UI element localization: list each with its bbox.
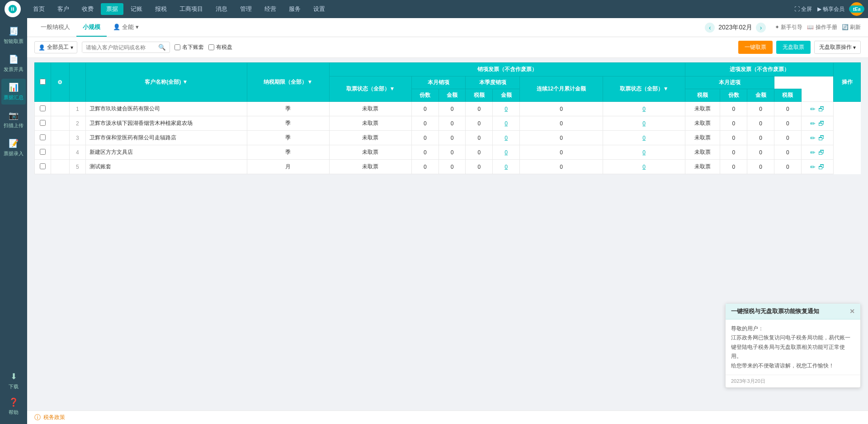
row-checkbox[interactable] [40,163,46,169]
detail-icon[interactable]: 🗗 [818,105,825,113]
row-purchase-month-count: 0 [720,131,747,145]
edit-icon[interactable]: ✏ [810,163,816,171]
next-month-button[interactable]: › [756,23,766,33]
row-sale-month-tax: 0 [466,116,493,131]
sidebar-item-label: 发票开具 [4,66,24,73]
tab-all[interactable]: 👤 全能 ▾ [107,19,145,37]
nav-tax[interactable]: 报税 [150,3,172,15]
nav-bookkeeping[interactable]: 记账 [125,3,148,15]
nav-billing[interactable]: 收费 [76,3,99,15]
fullscreen-button[interactable]: ⛶ 全屏 [794,5,812,13]
sale-quarter-amount-link[interactable]: 0 [505,135,508,141]
one-click-button[interactable]: 一键取票 [738,41,773,54]
sidebar-item-download[interactable]: ⬇ 下载 [1,368,26,394]
row-customer-name: 卫辉市汲水镇下园湖香烟营木种植家庭农场 [85,116,247,131]
edit-icon[interactable]: ✏ [810,134,816,142]
sale-12month-link[interactable]: 0 [642,149,646,156]
manual-link[interactable]: 📖 操作手册 [807,24,837,31]
sale-12month-link[interactable]: 0 [642,135,646,141]
search-button[interactable]: 🔍 [155,42,170,52]
nav-home[interactable]: 首页 [28,3,50,15]
chevron-down-icon: ▾ [71,44,73,51]
col-sale-quarter: 本季度销项 [466,76,520,89]
sale-quarter-amount-link[interactable]: 0 [505,149,508,156]
sale-quarter-amount-link[interactable]: 0 [505,120,508,127]
row-sale-month-count: 0 [411,145,439,160]
sidebar-item-scan-upload[interactable]: 📷 扫描上传 [1,107,26,133]
tab-label: 一般纳税人 [41,23,70,31]
nav-invoice[interactable]: 票据 [101,3,123,15]
diskless-button[interactable]: 无盘取票 [776,41,811,54]
tax-disk-checkbox[interactable] [208,44,214,50]
sidebar-item-smart-ticket[interactable]: 🧾 智能取票 [1,23,26,48]
row-purchase-month-count: 0 [720,116,747,131]
row-checkbox[interactable] [40,149,46,155]
row-purchase-month-tax: 0 [774,116,801,131]
row-num: 2 [69,116,85,131]
sidebar-item-help[interactable]: ❓ 帮助 [1,394,26,419]
sub-account-checkbox[interactable] [175,44,180,50]
detail-icon[interactable]: 🗗 [818,120,825,127]
nav-message[interactable]: 消息 [210,3,233,15]
row-sale-month-amount: 0 [439,116,466,131]
nav-operation[interactable]: 经营 [259,3,282,15]
row-checkbox[interactable] [40,120,46,126]
row-sale-quarter-amount: 0 [493,145,520,160]
col-purchase-month-amount: 金额 [747,89,774,102]
select-all-checkbox[interactable] [40,79,46,85]
invoice-entry-icon: 📝 [9,138,19,148]
more-button[interactable]: 无盘取票操作 ▾ [814,41,861,54]
row-purchase-status: 未取票 [685,102,720,116]
table-row: 4 新建区方方文具店 季 未取票 0 0 0 0 0 0 未取票 0 0 0 ✏… [35,145,861,160]
row-sale-12month: 0 [603,116,685,131]
sidebar-item-invoice-issue[interactable]: 📄 发票开具 [1,51,26,76]
col-group-purchase: 进项发票（不含作废票） [685,63,834,76]
help-circle-icon: ⓘ [34,414,41,422]
sale-12month-link[interactable]: 0 [642,106,646,112]
detail-icon[interactable]: 🗗 [818,149,825,156]
sale-12month-link[interactable]: 0 [642,120,646,127]
nav-settings[interactable]: 设置 [308,3,330,15]
edit-icon[interactable]: ✏ [810,149,816,156]
nav-manage[interactable]: 管理 [235,3,257,15]
tab-general-taxpayer[interactable]: 一般纳税人 [34,19,76,37]
sub-account-checkbox-item[interactable]: 名下账套 [175,43,204,51]
tax-disk-checkbox-item[interactable]: 有税盘 [208,43,232,51]
nav-service[interactable]: 服务 [283,3,306,15]
member-button[interactable]: ▶ 畅享会员 [817,5,844,13]
search-input[interactable] [82,43,155,52]
edit-icon[interactable]: ✏ [810,120,816,127]
col-check [35,63,51,102]
refresh-link[interactable]: 🔄 刷新 [842,24,861,31]
row-purchase-status: 未取票 [685,160,720,174]
nav-business[interactable]: 工商项目 [174,3,208,15]
app-logo[interactable] [5,1,21,17]
invoice-summary-icon: 📊 [9,82,19,92]
edit-icon[interactable]: ✏ [810,105,816,113]
detail-icon[interactable]: 🗗 [818,134,825,142]
prev-month-button[interactable]: ‹ [705,23,715,33]
settings-icon[interactable]: ⚙ [57,79,62,86]
employee-select[interactable]: 👤 全部员工 ▾ [34,41,77,53]
avatar[interactable]: tEa [850,2,863,16]
bottom-bar: ⓘ 税务政策 [27,410,868,424]
tab-small-scale[interactable]: 小规模 [76,19,107,37]
sidebar-item-label: 帮助 [9,409,19,416]
bottom-bar-text[interactable]: 税务政策 [43,414,65,421]
row-purchase-status: 未取票 [685,131,720,145]
table-row: 2 卫辉市汲水镇下园湖香烟营木种植家庭农场 季 未取票 0 0 0 0 0 0 … [35,116,861,131]
notification-close-button[interactable]: ✕ [849,308,855,315]
row-sale-month-tax: 0 [466,160,493,174]
fullscreen-icon: ⛶ [794,6,800,12]
new-guide-link[interactable]: ✦ 新手引导 [775,24,802,31]
detail-icon[interactable]: 🗗 [818,163,825,171]
sale-quarter-amount-link[interactable]: 0 [505,164,508,170]
sale-quarter-amount-link[interactable]: 0 [505,106,508,112]
sidebar-item-invoice-summary[interactable]: 📊 票据汇总 [1,79,26,105]
sale-12month-link[interactable]: 0 [642,164,646,170]
nav-customer[interactable]: 客户 [52,3,75,15]
sidebar-item-invoice-entry[interactable]: 📝 票据录入 [1,135,26,161]
row-checkbox[interactable] [40,134,46,140]
row-checkbox[interactable] [40,105,46,111]
toolbar-right: 一键取票 无盘取票 无盘取票操作 ▾ [738,41,861,54]
